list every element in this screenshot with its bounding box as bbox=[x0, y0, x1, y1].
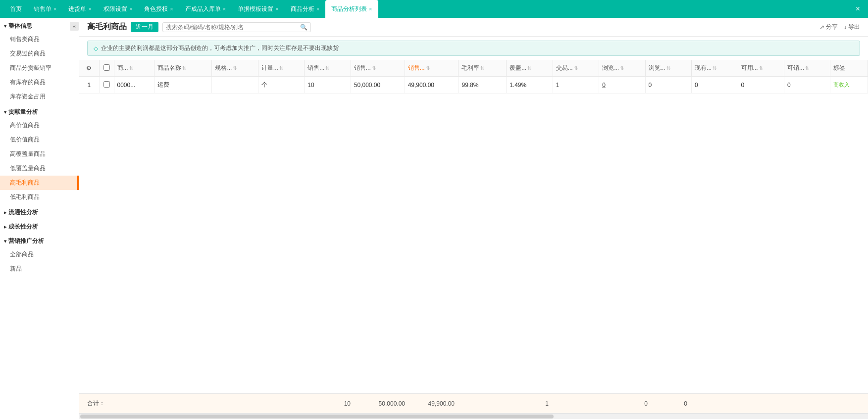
sort-browse1-icon[interactable]: ⇅ bbox=[620, 65, 624, 71]
sidebar-group-marketing[interactable]: ▾ 营销推广分析 bbox=[0, 233, 79, 247]
cell-sales-profit: 49,900.00 bbox=[405, 77, 459, 93]
sidebar-item-traded-products[interactable]: 交易过的商品 bbox=[0, 47, 79, 61]
cell-sales-amt: 50,000.00 bbox=[351, 77, 405, 93]
scrollbar-thumb[interactable] bbox=[80, 415, 554, 419]
sort-sales-amt-icon[interactable]: ⇅ bbox=[372, 65, 376, 71]
window-close-button[interactable]: × bbox=[852, 4, 864, 13]
sort-sales-qty-icon[interactable]: ⇅ bbox=[325, 65, 329, 71]
sort-coverage-icon[interactable]: ⇅ bbox=[527, 65, 531, 71]
cell-browse1[interactable]: 0 bbox=[599, 77, 645, 93]
col-header-sales-qty: 销售... ⇅ bbox=[305, 60, 351, 77]
nav-template[interactable]: 单据模板设置 × bbox=[232, 0, 284, 18]
sidebar-group-overall[interactable]: ▾ 整体信息 bbox=[0, 18, 79, 32]
sidebar-item-low-coverage[interactable]: 低覆盖量商品 bbox=[0, 161, 79, 176]
sidebar-item-sales-products[interactable]: 销售类商品 bbox=[0, 32, 79, 47]
cell-name: 运费 bbox=[154, 77, 211, 93]
group-overall-arrow: ▾ bbox=[4, 23, 6, 29]
sidebar-item-new-products[interactable]: 新品 bbox=[0, 262, 79, 276]
footer-current: 0 bbox=[618, 400, 648, 407]
close-product-inbound-tab[interactable]: × bbox=[223, 6, 226, 12]
sort-sales-profit-icon[interactable]: ⇅ bbox=[426, 65, 430, 71]
cell-row-checkbox[interactable] bbox=[99, 77, 114, 93]
info-banner: ◇ 企业的主要的利润都是这部分商品创造的，可考虑加大推广，同时关注库存是不要出现… bbox=[87, 41, 860, 56]
nav-home[interactable]: 首页 bbox=[4, 0, 28, 18]
cell-tag: 高收入 bbox=[830, 77, 868, 93]
content-header: 高毛利商品 近一月 🔍 ↗ 分享 ↓ 导出 bbox=[79, 18, 868, 37]
sort-saleable-icon[interactable]: ⇅ bbox=[805, 65, 809, 71]
sidebar-item-all-products[interactable]: 全部商品 bbox=[0, 247, 79, 262]
sidebar-item-stock-fund[interactable]: 库存资金占用 bbox=[0, 90, 79, 104]
sort-name-icon[interactable]: ⇅ bbox=[182, 65, 186, 71]
sort-unit-icon[interactable]: ⇅ bbox=[279, 65, 283, 71]
search-input[interactable] bbox=[166, 24, 300, 31]
sidebar-item-contribution-rate[interactable]: 商品分贡献销率 bbox=[0, 61, 79, 75]
nav-sales[interactable]: 销售单 × bbox=[28, 0, 62, 18]
col-header-settings[interactable]: ⚙ bbox=[79, 60, 99, 77]
sidebar-item-low-value[interactable]: 低价值商品 bbox=[0, 133, 79, 147]
col-header-browse1: 浏览... ⇅ bbox=[599, 60, 645, 77]
cell-available: 0 bbox=[738, 77, 784, 93]
close-product-analysis-list-tab[interactable]: × bbox=[369, 6, 372, 12]
sidebar-item-high-value[interactable]: 高价值商品 bbox=[0, 118, 79, 133]
search-icon[interactable]: 🔍 bbox=[300, 24, 307, 31]
group-liquidity-arrow: ▸ bbox=[4, 210, 6, 215]
nav-permission[interactable]: 权限设置 × bbox=[98, 0, 138, 18]
row-checkbox[interactable] bbox=[103, 81, 110, 88]
sidebar-group-growth[interactable]: ▸ 成长性分析 bbox=[0, 219, 79, 233]
col-header-gross-rate: 毛利率 ⇅ bbox=[459, 60, 507, 77]
export-button[interactable]: ↓ 导出 bbox=[844, 23, 860, 31]
cell-sales-qty: 10 bbox=[305, 77, 351, 93]
sidebar-collapse-button[interactable]: « bbox=[70, 22, 79, 31]
close-sales-tab[interactable]: × bbox=[53, 6, 56, 12]
content-area: 高毛利商品 近一月 🔍 ↗ 分享 ↓ 导出 ◇ 企业的主要的利润都是这部分商品创… bbox=[79, 18, 868, 419]
sidebar-item-high-coverage[interactable]: 高覆盖量商品 bbox=[0, 147, 79, 161]
sort-spec-icon[interactable]: ⇅ bbox=[233, 65, 237, 71]
cell-browse2: 0 bbox=[645, 77, 691, 93]
table-row: 1 0000... 运费 个 10 50,000.00 49,900.00 99… bbox=[79, 77, 868, 93]
sidebar: « ▾ 整体信息 销售类商品 交易过的商品 商品分贡献销率 有库存的商品 库存资… bbox=[0, 18, 79, 419]
sidebar-group-liquidity[interactable]: ▸ 流通性分析 bbox=[0, 204, 79, 219]
select-all-checkbox[interactable] bbox=[103, 64, 110, 71]
close-purchase-tab[interactable]: × bbox=[88, 6, 91, 12]
footer-sales-qty: 10 bbox=[321, 400, 351, 407]
sort-code-icon[interactable]: ⇅ bbox=[129, 65, 133, 71]
footer-sales-amt: 50,000.00 bbox=[360, 400, 405, 407]
sidebar-item-in-stock[interactable]: 有库存的商品 bbox=[0, 75, 79, 90]
date-filter-button[interactable]: 近一月 bbox=[131, 22, 158, 32]
nav-product-analysis-list[interactable]: 商品分析列表 × bbox=[325, 0, 378, 18]
cell-current: 0 bbox=[692, 77, 738, 93]
footer-sales-profit: 49,900.00 bbox=[410, 400, 455, 407]
col-header-sales-profit: 销售... ⇅ bbox=[405, 60, 459, 77]
footer-available: 0 bbox=[658, 400, 687, 407]
horizontal-scrollbar[interactable] bbox=[79, 413, 868, 419]
col-header-unit: 计量... ⇅ bbox=[258, 60, 304, 77]
cell-row-num: 1 bbox=[79, 77, 99, 93]
col-header-checkbox[interactable] bbox=[99, 60, 114, 77]
info-icon: ◇ bbox=[94, 45, 98, 52]
nav-product-inbound[interactable]: 产成品入库单 × bbox=[179, 0, 232, 18]
col-header-saleable: 可销... ⇅ bbox=[784, 60, 830, 77]
close-template-tab[interactable]: × bbox=[275, 6, 278, 12]
sidebar-group-contribution[interactable]: ▾ 贡献量分析 bbox=[0, 104, 79, 118]
cell-spec bbox=[212, 77, 258, 93]
settings-icon: ⚙ bbox=[86, 65, 92, 72]
page-title: 高毛利商品 bbox=[87, 22, 127, 32]
sort-browse2-icon[interactable]: ⇅ bbox=[666, 65, 670, 71]
data-table: ⚙ 商... ⇅ 商品名称 bbox=[79, 60, 868, 93]
nav-purchase[interactable]: 进货单 × bbox=[62, 0, 97, 18]
col-header-spec: 规格... ⇅ bbox=[212, 60, 258, 77]
sort-gross-rate-icon[interactable]: ⇅ bbox=[480, 65, 484, 71]
share-button[interactable]: ↗ 分享 bbox=[819, 23, 838, 31]
nav-product-analysis[interactable]: 商品分析 × bbox=[285, 0, 325, 18]
sort-available-icon[interactable]: ⇅ bbox=[759, 65, 763, 71]
sidebar-item-high-margin[interactable]: 高毛利商品 bbox=[0, 176, 79, 190]
close-role-tab[interactable]: × bbox=[170, 6, 173, 12]
sort-current-icon[interactable]: ⇅ bbox=[713, 65, 716, 71]
cell-trade: 1 bbox=[553, 77, 599, 93]
table-footer: 合计： 10 50,000.00 49,900.00 1 0 0 bbox=[79, 393, 868, 413]
nav-role[interactable]: 角色授权 × bbox=[138, 0, 179, 18]
close-permission-tab[interactable]: × bbox=[129, 6, 132, 12]
close-product-analysis-tab[interactable]: × bbox=[316, 6, 319, 12]
sort-trade-icon[interactable]: ⇅ bbox=[574, 65, 578, 71]
sidebar-item-low-margin[interactable]: 低毛利商品 bbox=[0, 190, 79, 204]
